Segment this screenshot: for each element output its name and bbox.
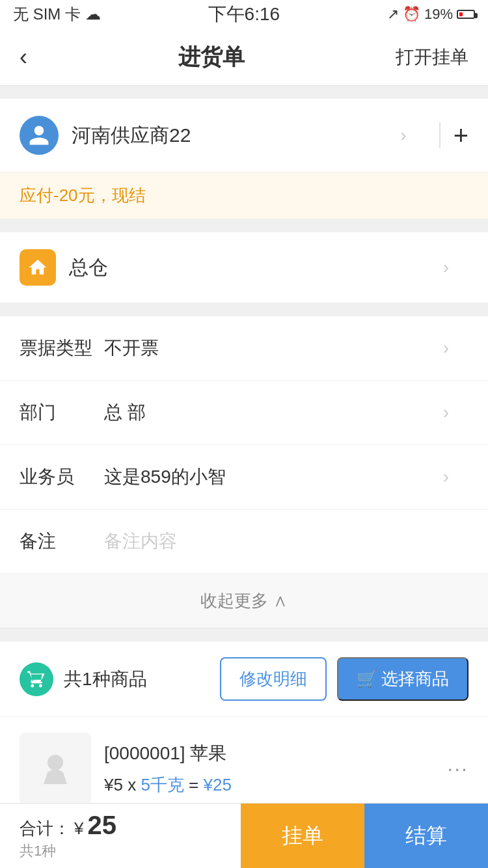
salesman-value: 这是859的小智 <box>104 465 443 489</box>
location-icon: ↗ <box>387 6 399 23</box>
status-bar: 无 SIM 卡 ☁ 下午6:16 ↗ ⏰ 19% <box>0 0 488 29</box>
warehouse-row[interactable]: 总仓 › <box>0 232 488 303</box>
nav-bar: ‹ 进货单 打开挂单 <box>0 29 488 86</box>
products-header: 共1种商品 修改明细 🛒 选择商品 <box>0 642 488 717</box>
supplier-notice: 应付-20元，现结 <box>0 172 488 219</box>
status-time: 下午6:16 <box>208 2 280 27</box>
product-placeholder-icon: 督+ <box>36 749 75 788</box>
open-hang-button[interactable]: 打开挂单 <box>396 45 468 70</box>
section-gap-3 <box>0 303 488 316</box>
back-button[interactable]: ‹ <box>20 44 27 71</box>
department-row[interactable]: 部门 总 部 › <box>0 381 488 445</box>
product-info: [0000001] 苹果 ¥5 x 5千克 = ¥25 <box>104 741 434 796</box>
supplier-chevron: › <box>400 125 406 146</box>
warehouse-name: 总仓 <box>69 254 443 281</box>
salesman-chevron: › <box>443 467 449 487</box>
salesman-label: 业务员 <box>20 465 98 489</box>
section-gap-4 <box>0 629 488 642</box>
svg-text:督+: 督+ <box>51 779 59 785</box>
department-value: 总 部 <box>104 400 443 425</box>
supplier-divider <box>439 122 441 148</box>
invoice-label: 票据类型 <box>20 336 98 360</box>
hang-button[interactable]: 挂单 <box>241 804 364 868</box>
remark-row[interactable]: 备注 备注内容 <box>0 509 488 574</box>
settle-button[interactable]: 结算 <box>364 804 488 868</box>
supplier-name: 河南供应商22 <box>72 122 400 149</box>
product-more-button[interactable]: ··· <box>447 757 468 781</box>
home-icon <box>27 257 48 278</box>
battery-icon <box>457 10 475 19</box>
product-price: ¥5 x 5千克 = ¥25 <box>104 774 434 796</box>
select-product-button[interactable]: 🛒 选择商品 <box>337 657 468 701</box>
user-icon <box>27 124 51 147</box>
section-gap-1 <box>0 86 488 99</box>
status-right: ↗ ⏰ 19% <box>387 6 475 23</box>
total-amount: 合计： ¥ 25 <box>20 811 221 840</box>
select-product-icon: 🛒 <box>357 669 377 689</box>
products-icon <box>20 662 53 696</box>
salesman-row[interactable]: 业务员 这是859的小智 › <box>0 445 488 509</box>
cart-icon <box>27 670 46 689</box>
product-name: [0000001] 苹果 <box>104 741 434 766</box>
edit-detail-button[interactable]: 修改明细 <box>220 657 327 701</box>
invoice-value: 不开票 <box>104 336 443 360</box>
warehouse-chevron: › <box>443 257 449 278</box>
status-left: 无 SIM 卡 ☁ <box>13 4 101 25</box>
collapse-row[interactable]: 收起更多 ∧ <box>0 574 488 629</box>
department-chevron: › <box>443 402 449 423</box>
total-label: 合计： <box>20 817 70 840</box>
supplier-avatar <box>20 116 59 155</box>
invoice-row[interactable]: 票据类型 不开票 › <box>0 316 488 381</box>
products-count: 共1种商品 <box>64 667 220 692</box>
total-currency: ¥ <box>74 819 83 839</box>
section-gap-2 <box>0 219 488 232</box>
alarm-icon: ⏰ <box>403 6 420 23</box>
sim-signal: 无 SIM 卡 ☁ <box>13 4 101 25</box>
total-value: 25 <box>87 811 116 840</box>
remark-input[interactable]: 备注内容 <box>104 529 468 554</box>
invoice-chevron: › <box>443 338 449 359</box>
total-sub: 共1种 <box>20 841 221 861</box>
warehouse-icon <box>20 249 56 286</box>
remark-label: 备注 <box>20 529 98 554</box>
bottom-bar: 合计： ¥ 25 共1种 挂单 结算 <box>0 803 488 868</box>
product-thumbnail: 督+ <box>20 733 91 804</box>
supplier-section: 河南供应商22 › + 应付-20元，现结 <box>0 99 488 219</box>
add-supplier-button[interactable]: + <box>454 122 468 148</box>
svg-point-0 <box>47 755 63 770</box>
battery-level: 19% <box>424 6 453 23</box>
page-title: 进货单 <box>178 42 245 72</box>
department-label: 部门 <box>20 400 98 425</box>
supplier-row[interactable]: 河南供应商22 › + <box>0 99 488 172</box>
total-section: 合计： ¥ 25 共1种 <box>0 804 241 868</box>
